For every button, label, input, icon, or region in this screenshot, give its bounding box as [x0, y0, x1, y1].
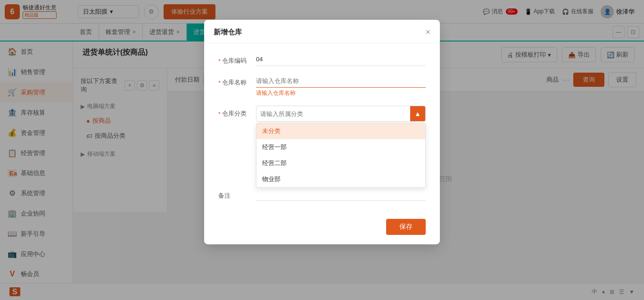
category-form-row: * 仓库分类 ▲ 未分类 经营一部 经营二部: [218, 106, 426, 122]
remark-input[interactable]: [256, 188, 426, 201]
name-form-row: * 仓库名称 请输入仓库名称: [218, 75, 426, 97]
category-dropdown: 未分类 经营一部 经营二部 物业部: [256, 123, 426, 188]
dialog-header: 新增仓库 ×: [204, 20, 440, 43]
remark-form-row: 备注: [218, 188, 426, 201]
add-warehouse-dialog: 新增仓库 × * 仓库编码 * 仓库名称 请输入仓库名称: [204, 20, 440, 244]
category-arrow-button[interactable]: ▲: [410, 106, 425, 121]
code-field: [256, 53, 426, 66]
dropdown-item-dept3[interactable]: 物业部: [256, 171, 425, 187]
category-input-wrap: ▲: [256, 106, 426, 122]
category-label: * 仓库分类: [218, 106, 256, 118]
dialog-footer: 保存: [204, 214, 440, 244]
category-field: ▲ 未分类 经营一部 经营二部 物业部: [256, 106, 426, 122]
save-button[interactable]: 保存: [386, 219, 426, 235]
name-label: * 仓库名称: [218, 75, 256, 87]
category-input[interactable]: [256, 107, 410, 120]
code-label: * 仓库编码: [218, 53, 256, 65]
dialog-close-button[interactable]: ×: [425, 27, 430, 37]
name-error-message: 请输入仓库名称: [256, 89, 426, 97]
name-input[interactable]: [256, 75, 426, 88]
dropdown-item-uncategorized[interactable]: 未分类: [256, 123, 425, 139]
dialog-title: 新增仓库: [214, 28, 242, 37]
remark-field: [256, 188, 426, 201]
code-form-row: * 仓库编码: [218, 53, 426, 66]
dialog-body: * 仓库编码 * 仓库名称 请输入仓库名称 * 仓库分类: [204, 43, 440, 214]
dropdown-item-dept1[interactable]: 经营一部: [256, 139, 425, 155]
code-input[interactable]: [256, 53, 426, 66]
name-field: 请输入仓库名称: [256, 75, 426, 97]
dropdown-item-dept2[interactable]: 经营二部: [256, 155, 425, 171]
remark-label: 备注: [218, 188, 256, 200]
